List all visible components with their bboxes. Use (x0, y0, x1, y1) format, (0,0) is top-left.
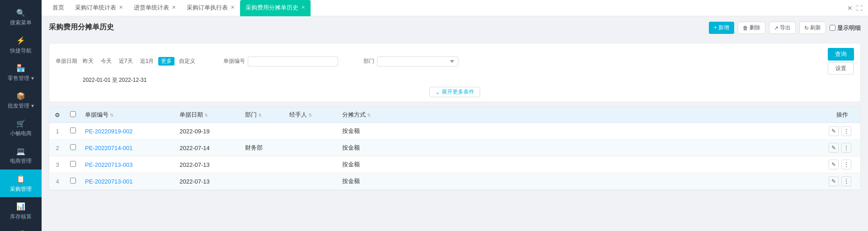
tab-close-icon[interactable]: ✕ (172, 5, 176, 10)
row-split-method: 按金额 (338, 140, 824, 156)
bill-no-input[interactable] (248, 57, 338, 66)
data-table: ⚙ 单据编号⇅ 单据日期⇅ 部门⇅ (49, 107, 860, 190)
show-detail-checkbox[interactable] (830, 25, 835, 31)
select-all-checkbox[interactable] (70, 111, 76, 117)
toolbar: + 新增 🗑 删除 ↗ 导出 ↻ 刷新 显示明细 (709, 22, 861, 34)
expand-icon: ⌄ (435, 89, 440, 95)
export-button[interactable]: ↗ 导出 (769, 22, 796, 34)
checkbox-col-header (66, 107, 80, 123)
tab-首页[interactable]: 首页 (47, 0, 70, 16)
row-checkbox[interactable] (70, 161, 76, 167)
bill-no-link[interactable]: PE-20220713-001 (85, 178, 133, 185)
row-checkbox-cell (66, 140, 80, 156)
row-checkbox[interactable] (70, 144, 76, 150)
sidebar: 🔍搜索菜单⚡快捷导航🏪零售管理 ▾📦批发管理 ▾🛒小畅电商💻电商管理📋采购管理📊… (0, 0, 42, 231)
more-ops-icon[interactable]: ⋮ (841, 126, 851, 136)
main-area: 首页采购订单统计表✕进货单统计表✕采购订单执行表✕采购费用分摊单历史✕ ✕ ⛶ … (42, 0, 868, 231)
row-ops: ✎ ⋮ (824, 173, 860, 190)
row-split-method: 按金额 (338, 156, 824, 173)
row-handler (285, 173, 338, 190)
sidebar-item-零售管理[interactable]: 🏪零售管理 ▾ (0, 59, 42, 86)
expand-more-button[interactable]: ⌄ 展开更多条件 (429, 87, 480, 97)
yesterday-btn[interactable]: 昨天 (80, 57, 96, 66)
tab-close-icon[interactable]: ✕ (119, 5, 123, 10)
bill-no-link[interactable]: PE-20220713-003 (85, 161, 133, 168)
row-split-method: 按金额 (338, 173, 824, 190)
row-bill-no: PE-20220713-003 (80, 156, 175, 173)
table-header-row: ⚙ 单据编号⇅ 单据日期⇅ 部门⇅ (49, 107, 860, 123)
row-split-method: 按金额 (338, 123, 824, 140)
bill-no-link[interactable]: PE-20220919-002 (85, 128, 133, 135)
sidebar-item-采购管理[interactable]: 📋采购管理 (0, 170, 42, 197)
edit-icon[interactable]: ✎ (829, 143, 839, 153)
sidebar-item-小畅电商[interactable]: 🛒小畅电商 (0, 114, 42, 142)
export-icon: ↗ (774, 25, 778, 31)
tab-采购订单统计表[interactable]: 采购订单统计表✕ (70, 0, 128, 16)
row-checkbox[interactable] (70, 178, 76, 184)
expand-more-area: ⌄ 展开更多条件 (56, 87, 854, 97)
row-ops: ✎ ⋮ (824, 140, 860, 156)
maximize-window-icon[interactable]: ⛶ (856, 5, 863, 12)
more-ops-icon[interactable]: ⋮ (841, 160, 851, 170)
bill-no-col-header[interactable]: 单据编号⇅ (80, 107, 175, 123)
today-btn[interactable]: 今天 (98, 57, 114, 66)
sidebar-icon: 🛒 (2, 119, 40, 129)
date-label: 单据日期 (56, 57, 77, 65)
row-handler (285, 156, 338, 173)
refresh-icon: ↻ (804, 25, 809, 31)
row-bill-date: 2022-09-19 (175, 123, 240, 140)
tab-进货单统计表[interactable]: 进货单统计表✕ (128, 0, 181, 16)
dept-label: 部门 (363, 57, 374, 65)
gear-col-header[interactable]: ⚙ (49, 107, 66, 123)
setting-button[interactable]: 设置 (828, 62, 854, 75)
row-handler (285, 123, 338, 140)
query-button[interactable]: 查询 (828, 48, 854, 61)
tab-label: 采购费用分摊单历史 (245, 4, 298, 12)
edit-icon[interactable]: ✎ (829, 176, 839, 186)
delete-button[interactable]: 🗑 删除 (738, 22, 765, 34)
tab-close-icon[interactable]: ✕ (231, 5, 235, 10)
sidebar-item-批发管理[interactable]: 📦批发管理 ▾ (0, 87, 42, 114)
tab-bar: 首页采购订单统计表✕进货单统计表✕采购订单执行表✕采购费用分摊单历史✕ ✕ ⛶ (42, 0, 868, 16)
bill-date-col-header[interactable]: 单据日期⇅ (175, 107, 240, 123)
dept-select[interactable]: 财务部 (377, 57, 458, 66)
edit-icon[interactable]: ✎ (829, 126, 839, 136)
add-button[interactable]: + 新增 (709, 22, 734, 34)
row-checkbox[interactable] (70, 127, 76, 133)
sidebar-item-电商管理[interactable]: 💻电商管理 (0, 142, 42, 170)
tab-close-icon[interactable]: ✕ (301, 5, 305, 10)
split-method-col-header[interactable]: 分摊方式⇅ (338, 107, 824, 123)
tab-采购费用分摊单历史[interactable]: 采购费用分摊单历史✕ (240, 0, 311, 16)
date-filter: 单据日期 昨天 今天 近7天 近1月 更多 自定义 (56, 57, 198, 66)
sidebar-item-搜索菜单[interactable]: 🔍搜索菜单 (0, 4, 42, 31)
more-btn[interactable]: 更多 (158, 57, 175, 66)
show-detail-toggle[interactable]: 显示明细 (830, 24, 861, 32)
refresh-button[interactable]: ↻ 刷新 (799, 22, 826, 34)
sidebar-icon: 🔍 (2, 8, 40, 18)
more-ops-icon[interactable]: ⋮ (841, 176, 851, 186)
sidebar-item-快捷导航[interactable]: ⚡快捷导航 (0, 31, 42, 59)
last1month-btn[interactable]: 近1月 (137, 57, 157, 66)
table-row: 4 PE-20220713-001 2022-07-13 按金额 ✎ ⋮ (49, 173, 860, 190)
bill-no-link[interactable]: PE-20220714-001 (85, 145, 133, 151)
edit-icon[interactable]: ✎ (829, 160, 839, 170)
tab-label: 首页 (52, 4, 64, 12)
sidebar-item-库存核算[interactable]: 📊库存核算 (0, 197, 42, 225)
sidebar-icon: 📊 (2, 202, 40, 212)
tab-采购订单执行表[interactable]: 采购订单执行表✕ (181, 0, 240, 16)
tab-bar-actions: ✕ ⛶ (847, 5, 863, 12)
close-window-icon[interactable]: ✕ (847, 5, 853, 12)
last7days-btn[interactable]: 近7天 (116, 57, 136, 66)
row-handler (285, 140, 338, 156)
handler-col-header[interactable]: 经手人⇅ (285, 107, 338, 123)
tab-label: 采购订单统计表 (75, 4, 116, 12)
row-num: 2 (49, 140, 66, 156)
more-ops-icon[interactable]: ⋮ (841, 143, 851, 153)
custom-btn[interactable]: 自定义 (176, 57, 198, 66)
sidebar-item-资金管理[interactable]: 💰资金管理 (0, 225, 42, 231)
dept-sort-icon: ⇅ (258, 113, 262, 118)
row-dept (241, 123, 285, 140)
dept-col-header[interactable]: 部门⇅ (241, 107, 285, 123)
row-num: 3 (49, 156, 66, 173)
content-area: 采购费用分摊单历史 + 新增 🗑 删除 ↗ 导出 ↻ 刷新 显示明细 (42, 16, 868, 231)
